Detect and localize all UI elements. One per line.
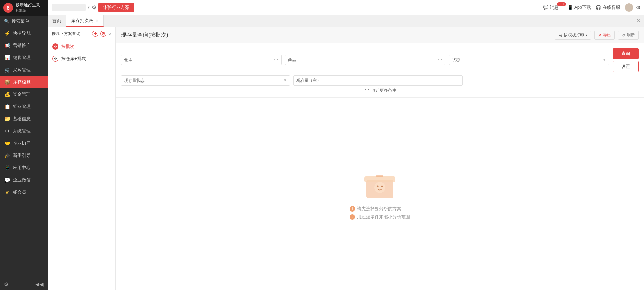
collapse-sidebar-icon[interactable]: ◀◀ [35, 281, 44, 287]
sidebar-item-label: 营销推广 [13, 42, 31, 49]
app-logo: 6 [3, 3, 13, 13]
topbar-left: ▾ ⚙ 体验行业方案 [52, 3, 540, 12]
sidebar-item-label: 基础信息 [13, 116, 31, 122]
sidebar-item-sales[interactable]: 📊 销售管理 [0, 52, 48, 64]
headset-icon: 🎧 [596, 5, 601, 10]
add-scheme-icon[interactable]: + [92, 31, 98, 37]
sidebar-item-label: 新手引导 [13, 152, 31, 159]
sidebar-item-marketing[interactable]: 📢 营销推广 [0, 39, 48, 52]
phone-icon: 📱 [567, 5, 573, 10]
marketing-icon: 📢 [4, 42, 10, 49]
warehouse-dots[interactable]: ··· [274, 57, 278, 63]
hint-num-2: 2 [350, 214, 355, 220]
sidebar-item-system[interactable]: ⚙ 系统管理 [0, 125, 48, 137]
user-name: Rit [634, 5, 640, 10]
product-label: 商品 [288, 57, 305, 63]
product-dots[interactable]: ··· [438, 57, 442, 63]
online-service-label: 在线客服 [603, 4, 620, 11]
scheme-item-batch[interactable]: ⚙ 按批次 [48, 40, 115, 53]
newbie-icon: 🎓 [4, 152, 10, 159]
export-btn[interactable]: ↗ 导出 [594, 31, 615, 40]
basic-info-icon: 📁 [4, 116, 10, 122]
sidebar-item-operations[interactable]: 📋 经营管理 [0, 101, 48, 113]
sidebar-item-label: 企业协同 [13, 140, 31, 146]
settings-icon[interactable]: ⚙ [4, 281, 9, 287]
user-item[interactable]: Rit [625, 3, 640, 12]
sidebar-item-quick-nav[interactable]: ⚡ 快捷导航 [0, 27, 48, 39]
sidebar-item-newbie[interactable]: 🎓 新手引导 [0, 149, 48, 162]
template-print-btn[interactable]: 🖨 按模板打印 ▾ [555, 31, 591, 40]
empty-svg [359, 168, 400, 202]
status-label: 状态 [452, 57, 469, 63]
vip-icon: V [4, 189, 10, 195]
svg-point-3 [374, 182, 385, 193]
page-title: 现存量查询(按批次) [121, 32, 168, 39]
collapse-filter-btn[interactable]: ⌃⌃ 收起更多条件 [363, 88, 396, 93]
sidebar-nav: 🔍 搜索菜单 ⚡ 快捷导航 📢 营销推广 📊 销售管理 🛒 采购管理 📦 库存核… [0, 16, 48, 278]
inventory-icon: 📦 [4, 79, 10, 85]
refresh-icon: ↻ [622, 33, 625, 38]
filter-status[interactable]: 状态 ▼ [449, 55, 609, 65]
filter-warehouse[interactable]: 仓库 ··· [121, 55, 282, 65]
chevron-down-icon: ▾ [586, 33, 587, 37]
sidebar-item-label: 搜索菜单 [12, 18, 29, 24]
sidebar-header: 6 畅康通好生意 标准版 [0, 0, 48, 16]
sidebar-item-label: 采购管理 [13, 67, 31, 73]
query-btn[interactable]: 查询 [613, 48, 639, 59]
sidebar-item-purchase[interactable]: 🛒 采购管理 [0, 64, 48, 76]
filter-product[interactable]: 商品 ··· [285, 55, 445, 65]
purchase-icon: 🛒 [4, 67, 10, 73]
tab-home[interactable]: 首页 [48, 15, 66, 27]
filter-area: 仓库 ··· 商品 ··· 状态 ▼ [116, 43, 644, 98]
sidebar-footer: ⚙ ◀◀ [0, 278, 48, 290]
refresh-btn[interactable]: ↻ 刷新 [618, 31, 639, 40]
breadcrumb-input[interactable] [52, 4, 86, 11]
sidebar-item-search[interactable]: 🔍 搜索菜单 [0, 16, 48, 27]
scheme-item-warehouse-batch[interactable]: ⚙ 按仓库+批次 [48, 53, 115, 65]
search-icon: 🔍 [4, 19, 10, 24]
tab-batch-ledger[interactable]: 库存批次账 ✕ [66, 15, 104, 27]
sidebar-item-vip[interactable]: V 畅会员 [0, 186, 48, 198]
tab-batch-ledger-label: 库存批次账 [71, 18, 93, 24]
scheme-settings-icon[interactable]: ⚙ [100, 31, 106, 37]
filter-stock-status[interactable]: 现存量状态 ▼ [121, 75, 290, 86]
empty-hint-1: 1 请先选择要分析的方案 [350, 206, 410, 212]
filter-settings-btn[interactable]: 设置 [613, 61, 639, 72]
sidebar-item-basic-info[interactable]: 📁 基础信息 [0, 113, 48, 125]
stock-amount-label: 现存量（主） [296, 78, 321, 84]
message-icon: 💬 [543, 5, 548, 10]
tabbar: 首页 库存批次账 ✕ ✕ [48, 15, 644, 27]
app-name: 畅康通好生意 [16, 3, 40, 8]
app-download-item[interactable]: 📱 App下载 [567, 4, 591, 11]
sidebar-item-label: 系统管理 [13, 128, 31, 134]
topbar-gear-icon[interactable]: ⚙ [92, 4, 96, 11]
sidebar-item-label: 库存核算 [13, 79, 31, 85]
system-icon: ⚙ [4, 128, 10, 134]
sidebar-item-label: 经营管理 [13, 104, 31, 110]
empty-state: 1 请先选择要分析的方案 2 用过滤条件来缩小分析范围 [116, 98, 644, 290]
online-service-item[interactable]: 🎧 在线客服 [596, 4, 620, 11]
scheme-icon-warehouse-batch: ⚙ [52, 56, 58, 62]
sidebar-item-enterprise-wechat[interactable]: 💬 企业微信 [0, 174, 48, 186]
messages-item[interactable]: 💬 消息 99+ [543, 4, 563, 11]
topbar-right: 💬 消息 99+ 📱 App下载 🎧 在线客服 Rit [543, 3, 640, 12]
enterprise-icon: 🤝 [4, 140, 10, 146]
collapse-panel-icon[interactable]: « [108, 31, 111, 37]
empty-illustration [359, 168, 400, 202]
sidebar-item-inventory[interactable]: 📦 库存核算 [0, 76, 48, 88]
hint-text-1: 请先选择要分析的方案 [357, 206, 401, 212]
left-panel-actions: + ⚙ « [92, 31, 111, 37]
experience-btn[interactable]: 体验行业方案 [98, 3, 134, 12]
empty-hint-2: 2 用过滤条件来缩小分析范围 [350, 214, 410, 220]
filter-stock-amount[interactable]: 现存量（主） — [293, 75, 462, 86]
chevron-down-icon[interactable]: ▾ [88, 5, 90, 10]
status-chevron: ▼ [602, 57, 606, 62]
tab-close-all-icon[interactable]: ✕ [633, 15, 644, 27]
svg-rect-2 [376, 175, 383, 177]
stock-status-chevron: ▼ [283, 78, 287, 83]
sidebar-item-enterprise[interactable]: 🤝 企业协同 [0, 137, 48, 149]
tab-close-icon[interactable]: ✕ [95, 18, 99, 23]
sidebar-item-finance[interactable]: 💰 资金管理 [0, 88, 48, 101]
sidebar-item-app-center[interactable]: 📱 应用中心 [0, 162, 48, 174]
left-panel-header: 按以下方案查询 + ⚙ « [48, 27, 115, 40]
